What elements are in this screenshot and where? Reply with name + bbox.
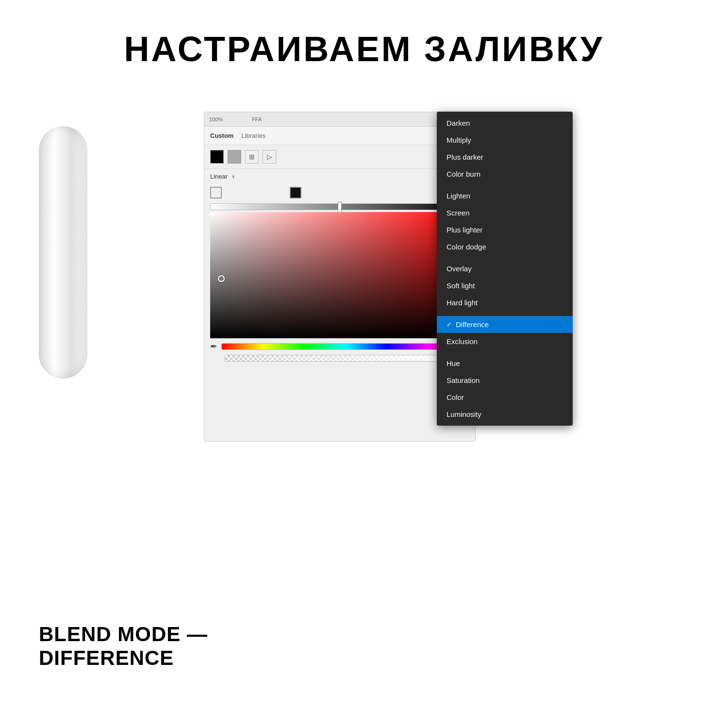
bottom-text-line1: BLEND MODE — bbox=[39, 623, 208, 646]
alpha-bar[interactable] bbox=[225, 355, 469, 362]
blend-item-screen-label: Screen bbox=[447, 209, 470, 217]
blend-item-darken-label: Darken bbox=[447, 119, 470, 127]
blend-item-plus-darker-label: Plus darker bbox=[447, 153, 483, 161]
blend-item-soft-light[interactable]: Soft light bbox=[437, 277, 573, 294]
blend-item-luminosity[interactable]: Luminosity bbox=[437, 406, 573, 423]
adobe-panel: 100% FFA Custom Libraries + ⊞ ▷ Linear ∨ bbox=[204, 112, 476, 442]
color-picker-area[interactable] bbox=[210, 212, 469, 338]
blend-separator-3 bbox=[437, 311, 573, 316]
blend-item-soft-light-label: Soft light bbox=[447, 281, 475, 290]
blend-item-hue[interactable]: Hue bbox=[437, 355, 573, 372]
gradient-handle[interactable] bbox=[338, 202, 342, 213]
blend-item-multiply-label: Multiply bbox=[447, 136, 471, 144]
gradient-stops bbox=[204, 184, 475, 201]
blend-item-difference-label: Difference bbox=[456, 320, 489, 329]
blend-item-exclusion[interactable]: Exclusion bbox=[437, 333, 573, 350]
blend-separator-1 bbox=[437, 182, 573, 187]
blend-item-darken[interactable]: Darken bbox=[437, 115, 573, 132]
tab-custom[interactable]: Custom bbox=[210, 132, 233, 139]
blend-item-saturation[interactable]: Saturation bbox=[437, 372, 573, 389]
blend-item-saturation-label: Saturation bbox=[447, 376, 480, 384]
checkmark-icon: ✓ bbox=[447, 321, 452, 328]
blend-item-plus-lighter[interactable]: Plus lighter bbox=[437, 221, 573, 238]
blend-item-screen[interactable]: Screen bbox=[437, 204, 573, 221]
hue-bar[interactable] bbox=[221, 343, 469, 350]
alpha-bar-row bbox=[225, 355, 469, 362]
blend-item-hue-label: Hue bbox=[447, 359, 460, 367]
cylinder-decoration bbox=[39, 126, 87, 379]
blend-item-color-dodge[interactable]: Color dodge bbox=[437, 238, 573, 255]
swatches-row: ⊞ ▷ bbox=[204, 145, 475, 169]
linear-row: Linear ∨ bbox=[204, 169, 475, 184]
blend-item-hard-light[interactable]: Hard light bbox=[437, 294, 573, 311]
blend-item-exclusion-label: Exclusion bbox=[447, 337, 478, 346]
blend-item-hard-light-label: Hard light bbox=[447, 298, 478, 307]
blend-item-plus-lighter-label: Plus lighter bbox=[447, 226, 482, 234]
eyedropper-icon[interactable]: ✒ bbox=[210, 341, 217, 352]
blend-item-color-burn-label: Color burn bbox=[447, 170, 480, 178]
stop-black[interactable] bbox=[290, 187, 301, 199]
blend-separator-2 bbox=[437, 255, 573, 260]
linear-label[interactable]: Linear bbox=[210, 173, 228, 180]
blend-item-plus-darker[interactable]: Plus darker bbox=[437, 149, 573, 165]
blend-item-color-dodge-label: Color dodge bbox=[447, 243, 486, 251]
top-label-opacity: 100% bbox=[209, 116, 223, 122]
blend-mode-dropdown[interactable]: Darken Multiply Plus darker Color burn L… bbox=[437, 112, 573, 426]
blend-item-difference[interactable]: ✓ Difference bbox=[437, 316, 573, 333]
tab-libraries[interactable]: Libraries bbox=[241, 132, 265, 139]
swatch-video-icon[interactable]: ▷ bbox=[263, 150, 276, 164]
blend-item-color-burn[interactable]: Color burn bbox=[437, 165, 573, 182]
panel-top-bar: 100% FFA bbox=[204, 112, 475, 127]
hue-bar-row: ✒ bbox=[210, 341, 469, 352]
swatch-black[interactable] bbox=[210, 150, 224, 164]
linear-chevron-icon[interactable]: ∨ bbox=[232, 174, 235, 179]
stop-white[interactable] bbox=[210, 187, 222, 199]
blend-item-luminosity-label: Luminosity bbox=[447, 410, 481, 418]
gradient-bar[interactable] bbox=[210, 203, 469, 210]
bottom-text: BLEND MODE — DIFFERENCE bbox=[39, 623, 208, 670]
panel-tabs: Custom Libraries + bbox=[204, 127, 475, 145]
top-label-hex: FFA bbox=[252, 116, 262, 122]
content-area: 100% FFA Custom Libraries + ⊞ ▷ Linear ∨ bbox=[39, 97, 689, 689]
blend-item-lighten[interactable]: Lighten bbox=[437, 187, 573, 204]
color-picker-handle[interactable] bbox=[218, 275, 225, 282]
blend-item-overlay[interactable]: Overlay bbox=[437, 260, 573, 277]
ui-panel-container: 100% FFA Custom Libraries + ⊞ ▷ Linear ∨ bbox=[204, 112, 602, 442]
blend-item-lighten-label: Lighten bbox=[447, 192, 470, 200]
bottom-text-line2: DIFFERENCE bbox=[39, 646, 208, 670]
blend-item-color-label: Color bbox=[447, 393, 464, 401]
page-title: НАСТРАИВАЕМ ЗАЛИВКУ bbox=[0, 0, 728, 69]
swatch-image-icon[interactable]: ⊞ bbox=[245, 150, 259, 164]
blend-item-multiply[interactable]: Multiply bbox=[437, 132, 573, 149]
color-saturation-field[interactable] bbox=[210, 212, 469, 338]
blend-item-color[interactable]: Color bbox=[437, 389, 573, 406]
blend-separator-4 bbox=[437, 350, 573, 355]
swatch-gray[interactable] bbox=[228, 150, 241, 164]
blend-item-overlay-label: Overlay bbox=[447, 265, 472, 273]
